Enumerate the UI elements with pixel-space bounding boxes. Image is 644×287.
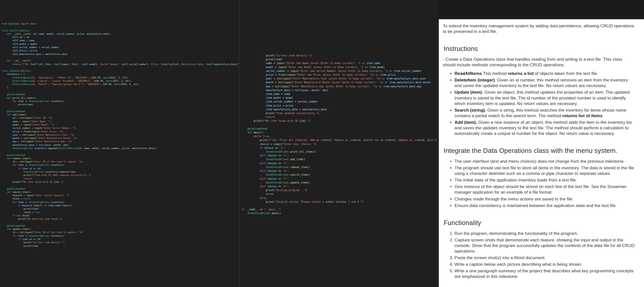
- code-line: def print_all_items():: [2, 96, 239, 100]
- code-line: month = int(input("Enter Manufacture Mon…: [241, 80, 439, 84]
- code-line: serial_number = input("Enter Serial Numb…: [2, 127, 239, 130]
- code-line: price = float(input("Enter Price: ")): [2, 130, 239, 133]
- list-item: Add (item). Given a new instance of an o…: [454, 120, 635, 136]
- code-line: InventoryDriver.add_item(): [241, 157, 439, 161]
- code-line: return: [2, 177, 239, 180]
- code-line: if not found:: [2, 214, 239, 217]
- code-line: InventoryDriver.remove_item(): [241, 165, 439, 169]
- code-line: found = True: [2, 211, 239, 214]
- list-item: Write a caption below each picture descr…: [454, 262, 635, 267]
- code-line: if __name__ == "__main__":: [241, 208, 439, 211]
- code-line: item.serial_number = serial_number: [241, 100, 439, 104]
- code-line: day = int(input("Enter Manufacture Day: …: [2, 140, 239, 143]
- code-line: while True:: [241, 134, 439, 138]
- code-line: @staticmethod: [2, 154, 239, 157]
- code-line: def remove_item():: [2, 157, 239, 160]
- list-item: ReadAllItems This method returns a list …: [454, 71, 635, 76]
- code-line: if item.id == id:: [2, 167, 239, 170]
- code-line: self.name = name: [2, 39, 239, 42]
- document-intro: To extend the inventory management syste…: [443, 23, 635, 34]
- list-item-bold-text: ReadAllItems: [454, 71, 482, 76]
- code-line: def search_item():: [2, 191, 239, 194]
- list-item-text: Write a caption below each picture descr…: [454, 262, 582, 267]
- list-item-text: of objects taken from the text file.: [534, 71, 598, 76]
- code-line: item.price = price: [241, 104, 439, 108]
- code-line: name = input("Enter Name: "): [2, 120, 239, 123]
- code-line: @staticmethod: [2, 224, 239, 228]
- list-item: Paste the screen shot(s) into a Word doc…: [454, 255, 635, 261]
- code-line: from datetime import date: [2, 22, 239, 26]
- code-line: if item.id == id:: [2, 238, 239, 241]
- list-item-text: The program should use text file to stor…: [454, 166, 634, 176]
- list-item-text: Changes made through the menu actions ar…: [454, 197, 574, 201]
- list-item-text: Run the program, demonstrating the funct…: [454, 231, 578, 236]
- list-item: Run the program, demonstrating the funct…: [454, 231, 635, 236]
- code-line: return: [241, 115, 439, 119]
- code-editor-left[interactable]: from datetime import date class Electric…: [0, 0, 239, 287]
- list-item-text: One instance of the object should be sto…: [454, 184, 627, 195]
- code-line: [2, 26, 239, 29]
- list-item-text: Paste the screen shot(s) into a Word doc…: [454, 255, 546, 260]
- code-line: print("No matching item found."): [2, 217, 239, 221]
- code-line: [241, 123, 439, 127]
- code-line: self.manufacture_date = manufacture_date: [2, 53, 239, 56]
- list-item-bold-text: returns a list: [508, 71, 534, 76]
- list-item-text: Capture screen shots that demonstrate ea…: [454, 238, 635, 254]
- code-line: def main():: [241, 131, 439, 134]
- code-line: [2, 106, 239, 110]
- code-line: print(item): [2, 244, 239, 248]
- list-item: The program should use text file to stor…: [454, 165, 635, 176]
- code-line: print(f"\n1. Print all items\n2. Add an …: [241, 138, 439, 142]
- list-item: Update (item). Given an object, this met…: [454, 90, 635, 106]
- code-line: item.model = model: [241, 96, 439, 100]
- code-line: print("Current item details:"): [2, 241, 239, 244]
- code-line: id = int(input("Enter ID of the item to …: [2, 160, 239, 163]
- code-line: for item in InventoryDriver.inventory:: [2, 234, 239, 238]
- code-line: serial_number = input("Enter new Serial …: [241, 69, 439, 73]
- code-line: name = input("Enter new Name (press Ente…: [241, 61, 439, 65]
- code-line: print("Item updated successfully."): [241, 111, 439, 115]
- code-line: return f"ID: {self.id}, Name: {self.name…: [2, 63, 239, 66]
- section-heading: Integrate the Data Operations class with…: [444, 147, 635, 155]
- list-item-bold-text: returns list of items: [562, 113, 602, 118]
- code-line: def __init__(self, id, name, model, seri…: [2, 32, 239, 36]
- list-item: Search (string). Given a string, this me…: [454, 108, 635, 119]
- code-line: elif choice == '2':: [241, 154, 439, 157]
- code-line: print(item): [241, 57, 439, 61]
- bullet-list: The user interface (text and menu choice…: [443, 159, 635, 209]
- list-item-bold-text: DeleteItem (integer): [454, 78, 495, 83]
- code-line: InventoryDriver.update_item(): [241, 181, 439, 184]
- document-page[interactable]: To extend the inventory management syste…: [439, 19, 644, 287]
- bullet-list: ReadAllItems This method returns a list …: [443, 71, 635, 136]
- section-heading: Functionality: [444, 219, 635, 227]
- list-item: Ensure data consistency is maintained be…: [454, 203, 635, 209]
- code-line: print(f"No item found with ID {id}."): [241, 119, 439, 123]
- document-panel: To extend the inventory management syste…: [439, 0, 644, 287]
- document-topbar: [439, 0, 644, 19]
- code-line: model = input("Enter new Model (press En…: [241, 65, 439, 69]
- code-line: manufacture_date = date(year, month, day…: [241, 88, 439, 92]
- code-line: if keyword.lower() in item.name.lower():: [2, 204, 239, 207]
- code-line: elif choice == '4':: [241, 169, 439, 173]
- code-line: item.manufacture_date = manufacture_date: [241, 108, 439, 111]
- code-line: print(f"Item with ID {id} removed succes…: [2, 174, 239, 177]
- code-line: class InventoryDriver:: [2, 69, 239, 73]
- list-item-text: The initial state of the application inv…: [454, 178, 577, 182]
- code-line: id = int(input("Enter ID: ")): [2, 116, 239, 120]
- list-item-bold-text: Search (string).: [454, 108, 486, 113]
- code-line: InventoryDriver.print_all_items(): [241, 150, 439, 154]
- code-line: item.name = name: [241, 92, 439, 96]
- code-line: year = int(input("Enter Manufacture Year…: [2, 133, 239, 137]
- code-line: @staticmethod: [2, 93, 239, 96]
- code-line: InventoryDriver.inventory.append(Electri…: [2, 147, 239, 150]
- code-line: else:: [241, 196, 439, 200]
- code-editor-right[interactable]: print("Current item details:") print(ite…: [239, 0, 439, 287]
- code-line: elif choice == '3':: [241, 161, 439, 165]
- list-item-bold-text: Update (item): [454, 90, 482, 95]
- code-content-left: from datetime import date class Electric…: [0, 0, 239, 248]
- list-item: DeleteItem (integer). Given an id number…: [454, 77, 635, 89]
- list-item-text: Write a one paragraph summary of the pro…: [454, 269, 633, 279]
- code-line: ElectricDevice(2, "Laptop", "Lenovo Thin…: [2, 79, 239, 83]
- list-item-text: Given a new instance of an object, this …: [454, 120, 632, 136]
- code-line: if choice == '1':: [241, 146, 439, 150]
